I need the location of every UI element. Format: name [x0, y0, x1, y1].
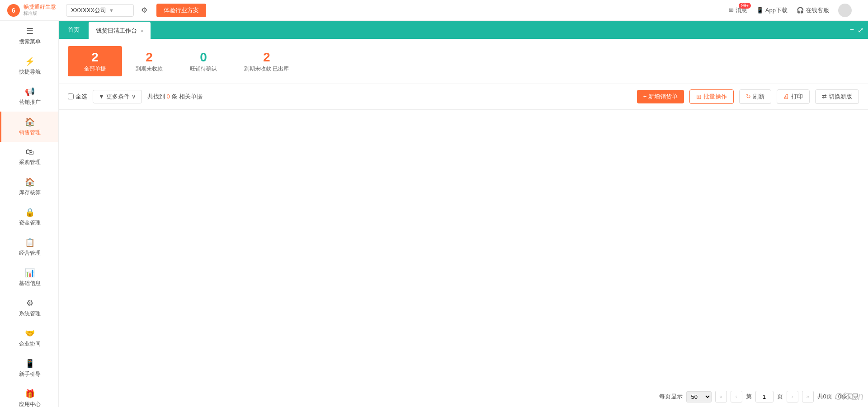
last-page-button[interactable]: »: [802, 391, 814, 402]
top-header: 6 畅捷通好生意 标准版 XXXXXX公司 ▼ ⚙ 体验行业方案 ✉ 消息 99…: [0, 0, 868, 21]
refresh-icon: ↻: [746, 93, 751, 100]
service-icon: 🎧: [797, 7, 804, 14]
message-badge: 99+: [739, 3, 750, 9]
switch-icon: ⇄: [822, 93, 827, 100]
main-layout: ☰ 搜索菜单 ⚡ 快捷导航 📢 营销推广 🏠 销售管理 🛍 采购管理 🏠 库存核…: [0, 21, 868, 407]
toolbar-right: + 新增销货单 ⊞ 批量操作 ↻ 刷新 🖨 打印 ⇄: [637, 89, 859, 104]
message-button[interactable]: ✉ 消息 99+: [729, 6, 747, 14]
switch-version-button[interactable]: ⇄ 切换新版: [815, 89, 859, 104]
page-input[interactable]: [755, 391, 774, 402]
sidebar-item-label: 搜索菜单: [19, 38, 41, 46]
tab-home[interactable]: 首页: [59, 21, 89, 39]
marketing-icon: 📢: [25, 87, 35, 97]
per-page-label: 每页显示: [659, 393, 683, 401]
sidebar-item-label: 资金管理: [19, 219, 41, 227]
sidebar-item-label: 销售管理: [19, 129, 41, 136]
search-menu-icon: ☰: [26, 26, 33, 36]
refresh-button[interactable]: ↻ 刷新: [739, 89, 771, 104]
trial-button[interactable]: 体验行业方案: [156, 4, 206, 17]
summary-cards: 2 全部单据 2 到期未收款 0 旺铺待确认 2 到期未收款 已出库: [59, 39, 868, 84]
sidebar-item-quick-nav[interactable]: ⚡ 快捷导航: [0, 51, 58, 81]
gear-icon: ⚙: [141, 6, 147, 14]
sidebar-item-finance[interactable]: 🔒 资金管理: [0, 202, 58, 232]
download-icon: 📱: [756, 7, 764, 14]
logo-tag: 标准版: [24, 10, 56, 17]
tab-bar: 首页 钱货日清工作台 × − ⤢: [59, 21, 868, 39]
basic-info-icon: 📊: [25, 268, 35, 278]
guide-icon: 📱: [25, 359, 35, 369]
summary-card-all[interactable]: 2 全部单据: [68, 46, 122, 76]
inventory-icon: 🏠: [25, 177, 35, 187]
finance-icon: 🔒: [25, 207, 35, 217]
tab-expand-button[interactable]: ⤢: [858, 26, 863, 34]
logo-area: 6 畅捷通好生意 标准版: [7, 4, 66, 17]
sidebar-item-label: 基础信息: [19, 280, 41, 287]
sidebar: ☰ 搜索菜单 ⚡ 快捷导航 📢 营销推广 🏠 销售管理 🛍 采购管理 🏠 库存核…: [0, 21, 59, 407]
card-count-all: 2: [91, 50, 99, 65]
card-label-overdue: 到期未收款: [136, 65, 163, 73]
filter-icon: ▼: [99, 93, 104, 100]
first-page-button[interactable]: «: [715, 391, 727, 402]
operations-icon: 📋: [25, 238, 35, 248]
sidebar-item-label: 经营管理: [19, 249, 41, 257]
print-icon: 🖨: [783, 93, 789, 100]
tab-close-button[interactable]: ×: [141, 28, 143, 33]
tab-active[interactable]: 钱货日清工作台 ×: [89, 22, 151, 40]
per-page-select[interactable]: 50 20 100: [686, 391, 712, 402]
sidebar-item-enterprise[interactable]: 🤝 企业协同: [0, 323, 58, 353]
chevron-down-icon: ▼: [109, 8, 114, 13]
print-button[interactable]: 🖨 打印: [777, 89, 810, 104]
card-count-overdue: 2: [146, 50, 153, 65]
tab-label: 钱货日清工作台: [96, 27, 137, 35]
batch-button[interactable]: ⊞ 批量操作: [689, 89, 734, 104]
tab-minimize-button[interactable]: −: [850, 26, 854, 34]
pagination-bar: 每页显示 50 20 100 « ‹ 第 页 › » 共0页，0条记录: [59, 386, 868, 407]
toolbar: 全选 ▼ 更多条件 ∨ 共找到 0 条 相关单据 + 新增销货单 ⊞: [59, 84, 868, 110]
sidebar-item-app-center[interactable]: 🎁 应用中心: [0, 384, 58, 407]
sidebar-item-guide[interactable]: 📱 新手引导: [0, 353, 58, 384]
content-area: 首页 钱货日清工作台 × − ⤢ 2 全部单据 2 到期未收款: [59, 21, 868, 407]
summary-card-overdue[interactable]: 2 到期未收款: [122, 46, 176, 76]
sidebar-item-system[interactable]: ⚙ 系统管理: [0, 293, 58, 323]
card-count-pending: 0: [200, 50, 207, 65]
avatar[interactable]: [838, 4, 852, 17]
company-selector[interactable]: XXXXXX公司 ▼: [66, 4, 134, 17]
card-label-all: 全部单据: [84, 65, 106, 73]
sidebar-item-purchase[interactable]: 🛍 采购管理: [0, 142, 58, 172]
sidebar-item-label: 库存核算: [19, 189, 41, 196]
sidebar-item-label: 新手引导: [19, 370, 41, 378]
result-number: 0: [167, 93, 170, 100]
settings-button[interactable]: ⚙: [137, 4, 151, 17]
online-service-button[interactable]: 🎧 在线客服: [797, 6, 829, 14]
prev-page-button[interactable]: ‹: [731, 391, 742, 402]
select-all-input[interactable]: [68, 94, 74, 99]
total-info: 共0页，0条记录: [817, 393, 859, 401]
sidebar-item-operations[interactable]: 📋 经营管理: [0, 232, 58, 262]
app-download-button[interactable]: 📱 App下载: [756, 6, 788, 14]
sidebar-item-basic-info[interactable]: 📊 基础信息: [0, 262, 58, 293]
summary-card-pending[interactable]: 0 旺铺待确认: [176, 46, 231, 76]
add-order-button[interactable]: + 新增销货单: [637, 90, 684, 103]
logo-icon: 6: [7, 4, 20, 17]
page-suffix: 页: [777, 393, 783, 401]
message-icon: ✉: [729, 7, 734, 14]
filter-button[interactable]: ▼ 更多条件 ∨: [93, 90, 142, 103]
batch-icon: ⊞: [696, 93, 702, 100]
sidebar-item-inventory[interactable]: 🏠 库存核算: [0, 172, 58, 202]
sidebar-item-search-menu[interactable]: ☰ 搜索菜单: [0, 21, 58, 51]
quick-nav-icon: ⚡: [25, 56, 35, 66]
card-label-shipped: 到期未收款 已出库: [244, 65, 289, 73]
logo-name: 畅捷通好生意: [24, 4, 56, 11]
sidebar-item-label: 系统管理: [19, 310, 41, 318]
sidebar-item-label: 营销推广: [19, 98, 41, 106]
sidebar-item-sales[interactable]: 🏠 销售管理: [0, 112, 58, 142]
next-page-button[interactable]: ›: [787, 391, 798, 402]
sidebar-item-marketing[interactable]: 📢 营销推广: [0, 81, 58, 112]
system-icon: ⚙: [26, 298, 33, 308]
result-count: 共找到 0 条 相关单据: [147, 93, 203, 101]
chevron-icon: ∨: [132, 93, 136, 100]
tab-controls: − ⤢: [850, 26, 868, 34]
summary-card-shipped[interactable]: 2 到期未收款 已出库: [231, 46, 302, 76]
select-all-checkbox[interactable]: 全选: [68, 93, 87, 101]
card-label-pending: 旺铺待确认: [190, 65, 217, 73]
